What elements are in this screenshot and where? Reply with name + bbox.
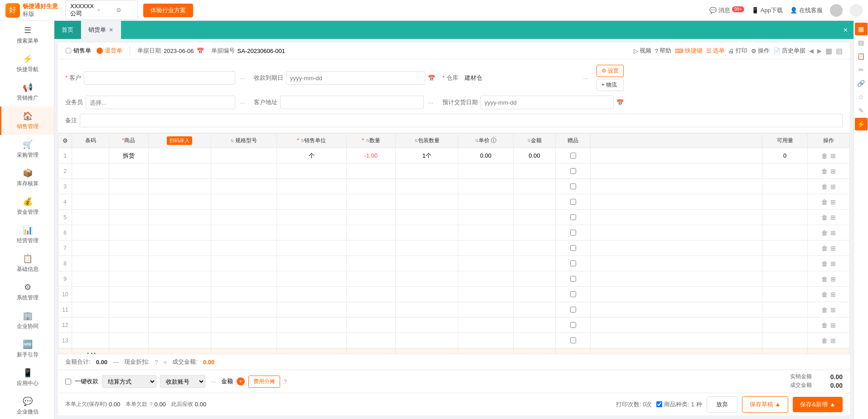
delete-icon-13[interactable]: 🗑	[821, 337, 828, 344]
short-help-icon[interactable]: ?	[149, 401, 152, 408]
cash-discount-help-icon[interactable]: ?	[155, 359, 158, 366]
expense-help-icon[interactable]: ?	[284, 378, 287, 385]
close-window-button[interactable]: ✕	[838, 21, 853, 39]
save-new-button[interactable]: 保存&新增 ▲	[793, 397, 843, 412]
gift-checkbox-2[interactable]	[570, 168, 576, 174]
tab-home[interactable]: 首页	[54, 21, 81, 39]
panel-orange-action-icon[interactable]: ⚡	[855, 118, 868, 130]
cell-amount-1[interactable]: 0.00	[514, 148, 556, 164]
panel-star-icon[interactable]: ☆	[855, 91, 868, 103]
gift-checkbox-11[interactable]	[570, 307, 576, 313]
delete-icon-10[interactable]: 🗑	[821, 291, 828, 298]
panel-edit-icon[interactable]: ✏	[855, 63, 868, 76]
video-btn[interactable]: ▷ 视频	[634, 47, 651, 55]
cell-price-1[interactable]: 0.00	[458, 148, 514, 164]
copy-icon-3[interactable]: ⊞	[830, 183, 836, 190]
nav-next-icon[interactable]: ▶	[817, 48, 822, 54]
customer-dots-btn[interactable]: ···	[238, 75, 247, 82]
delete-icon-3[interactable]: 🗑	[821, 183, 828, 190]
sidebar-item-guide[interactable]: 🆕 新手引导	[0, 335, 54, 363]
sidebar-item-wechat[interactable]: 💬 企业微信	[0, 392, 54, 419]
nav-prev-icon[interactable]: ◀	[809, 48, 814, 54]
view-list-icon[interactable]: ▦	[825, 47, 832, 55]
calendar-icon[interactable]: 📅	[197, 48, 204, 54]
avatar-extra[interactable]	[850, 4, 863, 17]
gift-checkbox-12[interactable]	[570, 322, 576, 328]
app-download-button[interactable]: 📱 App下载	[752, 6, 783, 14]
th-gear[interactable]: ⚙	[58, 134, 72, 148]
copy-icon-9[interactable]: ⊞	[830, 275, 836, 283]
gift-checkbox-8[interactable]	[570, 260, 576, 266]
salesman-dots-btn[interactable]: ···	[238, 99, 247, 106]
payment-dots-btn[interactable]: ···	[209, 378, 218, 385]
sidebar-item-apps[interactable]: 📱 应用中心	[0, 363, 54, 392]
cell-product-1[interactable]: 拆货	[109, 148, 148, 164]
cell-pkg-qty-1[interactable]: 1个	[396, 148, 458, 164]
sidebar-item-purchase[interactable]: 🛒 采购管理	[0, 135, 54, 164]
one-click-pay-checkbox[interactable]	[65, 379, 71, 385]
copy-icon-12[interactable]: ⊞	[830, 322, 836, 329]
settings-icon[interactable]: ⚙	[116, 7, 133, 14]
customer-input[interactable]	[84, 71, 235, 85]
panel-layout1-icon[interactable]: ▦	[855, 23, 868, 35]
payment-method-select[interactable]: 结算方式	[102, 375, 156, 388]
cell-unit-1[interactable]: 个	[276, 148, 346, 164]
tab-sales-order[interactable]: 销货单 ✕	[81, 21, 121, 39]
memo-input[interactable]	[80, 114, 843, 127]
payment-account-select[interactable]: 收款账号	[160, 375, 205, 388]
warehouse-dots-btn[interactable]: ···	[582, 75, 590, 82]
product-type-checkbox[interactable]	[656, 401, 662, 407]
cell-spec-1[interactable]	[211, 148, 276, 164]
expense-split-button[interactable]: 费用分摊	[248, 376, 280, 388]
cell-remark-1[interactable]	[591, 148, 762, 164]
help-btn[interactable]: ? 帮助	[655, 47, 671, 55]
customer-addr-input[interactable]	[280, 96, 424, 109]
expected-date-input[interactable]	[480, 96, 614, 109]
copy-icon-5[interactable]: ⊞	[830, 214, 836, 221]
copy-icon-4[interactable]: ⊞	[830, 198, 836, 206]
gift-checkbox-4[interactable]	[570, 199, 576, 205]
sidebar-item-finance[interactable]: 💰 资金管理	[0, 192, 54, 221]
scan-btn[interactable]: 扫码录入	[167, 136, 192, 145]
logistics-button[interactable]: + 物流	[596, 79, 624, 91]
company-selector[interactable]: XXXXXX公司 ▼ ⚙	[65, 0, 138, 20]
discard-button[interactable]: 放弃	[707, 396, 737, 413]
print-btn[interactable]: 🖨 打印	[728, 47, 747, 55]
radio-return-order[interactable]: 退货单	[97, 47, 122, 55]
add-amount-button[interactable]: +	[237, 377, 245, 385]
setting-button[interactable]: ⚙ 设置	[596, 65, 624, 77]
panel-layout2-icon[interactable]: ▤	[855, 36, 868, 49]
delete-icon-2[interactable]: 🗑	[821, 168, 828, 175]
trial-button[interactable]: 体验行业方案	[143, 4, 193, 17]
copy-icon-13[interactable]: ⊞	[830, 337, 836, 344]
messages-button[interactable]: 💬 消息 99+	[709, 6, 744, 14]
gift-checkbox-6[interactable]	[570, 230, 576, 236]
gift-checkbox-9[interactable]	[570, 276, 576, 282]
gift-checkbox-13[interactable]	[570, 337, 576, 343]
history-btn[interactable]: 📄 历史单据	[773, 47, 805, 55]
cell-barcode-1[interactable]	[72, 148, 109, 164]
copy-icon-7[interactable]: ⊞	[830, 245, 836, 252]
gift-checkbox-1[interactable]	[570, 153, 576, 159]
delete-icon-9[interactable]: 🗑	[821, 275, 828, 283]
cell-qty-1[interactable]: -1.00	[346, 148, 396, 164]
sidebar-item-search[interactable]: ☰ 搜索菜单	[0, 21, 54, 49]
tab-close-icon[interactable]: ✕	[109, 27, 113, 33]
delete-icon-4[interactable]: 🗑	[821, 198, 828, 206]
sidebar-item-enterprise[interactable]: 🏢 企业协同	[0, 306, 54, 335]
delete-icon-1[interactable]: 🗑	[821, 152, 828, 159]
cell-gift-1[interactable]	[555, 148, 591, 164]
select-btn[interactable]: ☰ 选单	[706, 47, 725, 55]
gift-checkbox-7[interactable]	[570, 245, 576, 251]
gift-checkbox-10[interactable]	[570, 291, 576, 297]
sidebar-item-sales[interactable]: 🏠 销售管理	[0, 106, 54, 135]
panel-pencil-icon[interactable]: ✎	[855, 104, 868, 117]
save-draft-button[interactable]: 保存草稿 ▲	[742, 396, 789, 413]
copy-icon-1[interactable]: ⊞	[830, 152, 836, 159]
panel-link-icon[interactable]: 🔗	[855, 77, 868, 90]
online-service-button[interactable]: 👤 在线客服	[790, 6, 823, 14]
panel-copy-icon[interactable]: 📋	[855, 50, 868, 63]
expected-date-calendar-icon[interactable]: 📅	[616, 99, 624, 106]
delete-icon-7[interactable]: 🗑	[821, 245, 828, 252]
copy-icon-6[interactable]: ⊞	[830, 229, 836, 236]
